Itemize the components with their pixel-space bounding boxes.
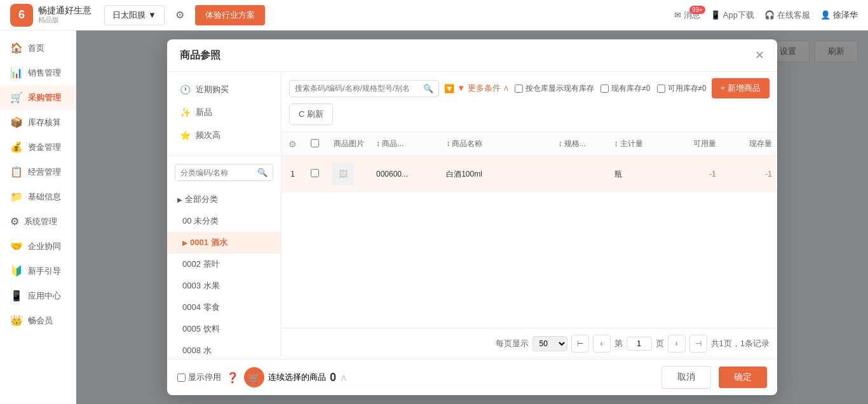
row-index: 1 — [281, 156, 304, 192]
warehouse-stock-checkbox-input[interactable] — [515, 84, 523, 93]
cat-fruit[interactable]: 0003 水果 — [167, 275, 281, 297]
sidebar-item-operations[interactable]: 📋 经营管理 — [0, 159, 76, 184]
per-page-select[interactable]: 50 100 200 — [532, 336, 567, 351]
high-frequency-item[interactable]: ⭐ 频次高 — [175, 125, 273, 145]
trial-button[interactable]: 体验行业方案 — [195, 5, 265, 25]
next-page-button[interactable]: › — [668, 335, 686, 353]
first-page-button[interactable]: ⊢ — [571, 335, 589, 353]
product-search-box[interactable]: 🔍 — [289, 80, 439, 97]
online-service-nav[interactable]: 🎧 在线客服 — [764, 10, 810, 21]
collab-icon: 🤝 — [10, 240, 23, 252]
cat-uncategorized[interactable]: 00 未分类 — [167, 210, 281, 232]
sidebar-item-apps[interactable]: 📱 应用中心 — [0, 283, 76, 308]
nav-right-section: ✉ 消息 99+ 📱 App下载 🎧 在线客服 👤 徐泽华 — [674, 10, 858, 21]
prev-page-button[interactable]: ‹ — [593, 335, 611, 353]
th-name[interactable]: ↕ 商品名称 — [441, 132, 553, 156]
sidebar-item-finance[interactable]: 💰 资金管理 — [0, 135, 76, 159]
headset-icon: 🎧 — [764, 10, 775, 20]
page-label-num: 第 — [614, 338, 623, 349]
refresh-button[interactable]: C 刷新 — [289, 104, 333, 125]
sidebar-item-purchase[interactable]: 🛒 采购管理 — [0, 85, 76, 110]
cat-tea[interactable]: 0002 茶叶 — [167, 253, 281, 275]
sidebar-item-system[interactable]: ⚙ 系统管理 — [0, 209, 76, 234]
cart-collapse-icon[interactable]: ∧ — [340, 372, 348, 384]
sidebar-item-vip[interactable]: 👑 畅会员 — [0, 308, 76, 333]
sidebar: 🏠 首页 📊 销售管理 🛒 采购管理 📦 库存核算 💰 资金管理 📋 经营管理 … — [0, 30, 76, 404]
page-number-input[interactable] — [627, 337, 652, 351]
sidebar-item-guide[interactable]: 🔰 新手引导 — [0, 259, 76, 283]
apps-icon: 📱 — [10, 290, 23, 302]
help-icon[interactable]: ❓ — [226, 372, 239, 384]
row-available: -1 — [665, 156, 721, 192]
cat-arrow-liquor: ▶ — [182, 239, 187, 246]
cancel-button[interactable]: 取消 — [661, 366, 711, 389]
sidebar-label-collab: 企业协同 — [28, 241, 61, 252]
th-settings[interactable]: ⚙ — [281, 132, 304, 156]
category-search-input[interactable] — [180, 168, 255, 177]
sidebar-label-inventory: 库存核算 — [28, 117, 61, 128]
nonzero-stock-checkbox-input[interactable] — [600, 84, 609, 93]
recent-purchase-item[interactable]: 🕐 近期购买 — [175, 79, 273, 100]
product-search-input[interactable] — [295, 84, 421, 93]
select-all-checkbox[interactable] — [311, 139, 319, 147]
th-stock: 现存量 — [721, 132, 777, 156]
app-download-nav[interactable]: 📱 App下载 — [710, 10, 754, 21]
user-profile-nav[interactable]: 👤 徐泽华 — [820, 10, 858, 21]
row-checkbox[interactable] — [311, 169, 319, 177]
sidebar-label-system: 系统管理 — [24, 216, 57, 227]
sidebar-item-collab[interactable]: 🤝 企业协同 — [0, 234, 76, 259]
sidebar-label-sales: 销售管理 — [28, 67, 61, 79]
sidebar-item-home[interactable]: 🏠 首页 — [0, 36, 76, 60]
app-icon: 📱 — [710, 10, 721, 20]
cat-drinks[interactable]: 0005 饮料 — [167, 318, 281, 340]
category-search-box[interactable]: 🔍 — [175, 164, 273, 181]
cat-snacks[interactable]: 0004 零食 — [167, 297, 281, 318]
filter-options: 按仓库显示现有库存 现有库存≠0 可用库存≠0 — [515, 83, 707, 94]
more-filter-button[interactable]: 🔽 ▼ 更多条件 ∧ — [444, 83, 510, 94]
cat-water[interactable]: 0008 水 — [167, 340, 281, 359]
confirm-button[interactable]: 确定 — [719, 367, 767, 388]
cat-liquor[interactable]: ▶ 0001 酒水 — [167, 232, 281, 253]
show-disabled-checkbox[interactable]: 显示停用 — [177, 372, 221, 383]
add-product-button[interactable]: + 新增商品 — [712, 78, 770, 98]
cart-icon: 🛒 — [244, 367, 264, 387]
cat-all[interactable]: ▶ 全部分类 — [167, 189, 281, 210]
sidebar-label-home: 首页 — [28, 43, 44, 54]
settings-icon[interactable]: ⚙ — [170, 5, 190, 25]
logo-area: 6 畅捷通好生意 精品版 — [10, 4, 92, 27]
search-icon: 🔍 — [257, 168, 268, 177]
th-code[interactable]: ↕ 商品... — [371, 132, 441, 156]
row-unit: 瓶 — [609, 156, 665, 192]
vip-icon: 👑 — [10, 314, 23, 327]
left-panel: 🕐 近期购买 ✨ 新品 ⭐ 频次高 — [167, 72, 281, 359]
sidebar-item-inventory[interactable]: 📦 库存核算 — [0, 110, 76, 135]
th-available: 可用量 — [665, 132, 721, 156]
modal-header: 商品参照 ✕ — [167, 39, 777, 72]
modal-close-button[interactable]: ✕ — [755, 48, 764, 62]
nonzero-available-checkbox-input[interactable] — [657, 84, 665, 93]
messages-nav[interactable]: ✉ 消息 99+ — [674, 10, 700, 21]
nonzero-stock-checkbox[interactable]: 现有库存≠0 — [600, 83, 650, 94]
gear-icon[interactable]: ⚙ — [288, 139, 297, 149]
th-unit[interactable]: ↕ 主计量 — [609, 132, 665, 156]
new-product-item[interactable]: ✨ 新品 — [175, 102, 273, 123]
th-spec[interactable]: ↕ 规格... — [553, 132, 609, 156]
frequency-icon: ⭐ — [180, 130, 191, 140]
last-page-button[interactable]: ⊣ — [689, 335, 707, 353]
show-disabled-checkbox-input[interactable] — [177, 374, 186, 382]
table-row[interactable]: 1 🖼 000600... 白酒100ml 瓶 — [281, 156, 777, 192]
basic-info-icon: 📁 — [10, 191, 23, 203]
modal-overlay: 商品参照 ✕ 🕐 近期购买 ✨ 新 — [76, 30, 868, 404]
cart-section[interactable]: 🛒 连续选择的商品 0 ∧ — [244, 367, 348, 387]
store-selector[interactable]: 日太阳膜 ▼ — [104, 5, 165, 25]
row-checkbox-cell[interactable] — [304, 156, 326, 192]
system-icon: ⚙ — [10, 215, 19, 227]
sidebar-item-sales[interactable]: 📊 销售管理 — [0, 60, 76, 85]
sidebar-label-operations: 经营管理 — [28, 166, 61, 178]
sidebar-item-basic-info[interactable]: 📁 基础信息 — [0, 184, 76, 209]
nonzero-available-checkbox[interactable]: 可用库存≠0 — [657, 83, 707, 94]
quick-access-section: 🕐 近期购买 ✨ 新品 ⭐ 频次高 — [167, 72, 281, 153]
modal-footer: 显示停用 ❓ 🛒 连续选择的商品 0 ∧ 取消 确定 — [167, 359, 777, 395]
warehouse-stock-checkbox[interactable]: 按仓库显示现有库存 — [515, 83, 594, 94]
total-info: 共1页，1条记录 — [711, 338, 770, 349]
